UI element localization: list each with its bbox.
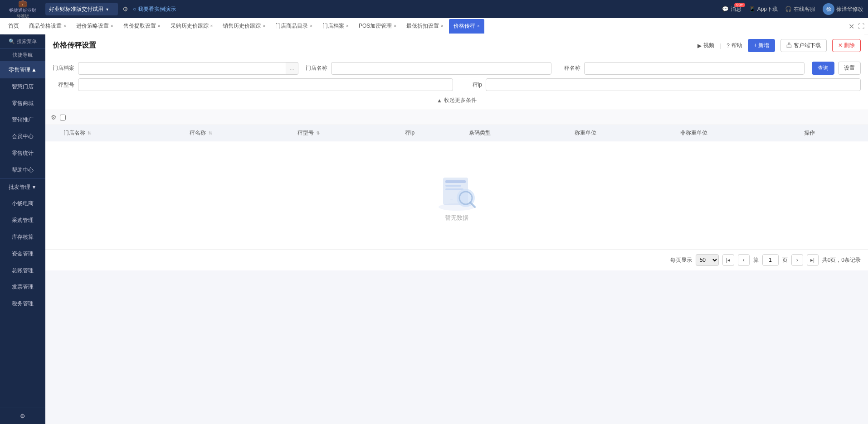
sidebar-item-invoice-mgmt[interactable]: 发票管理 xyxy=(0,279,45,295)
chevron-down-icon: ▾ xyxy=(106,7,108,12)
store-name-input[interactable] xyxy=(331,62,551,75)
sidebar-item-wholesale-mgmt[interactable]: 批发管理 ▼ xyxy=(0,179,45,196)
tab-price-scale[interactable]: 价格传秤 × xyxy=(449,19,484,34)
sidebar-item-help-center[interactable]: 帮助中心 xyxy=(0,162,45,178)
main-layout: 🔍 搜索菜单 快捷导航 零售管理 ▲ 智慧门店 零售商城 营销推广 会员中心 xyxy=(0,34,868,424)
settings-icon[interactable]: ⚙ xyxy=(122,5,128,13)
help-label: 帮助 xyxy=(731,42,742,49)
sidebar-item-label: 会员中心 xyxy=(12,133,34,140)
scale-model-label: 秤型号 xyxy=(53,81,74,89)
sidebar-item-member-center[interactable]: 会员中心 xyxy=(0,128,45,145)
tab-purchase-history[interactable]: 采购历史价跟踪 × xyxy=(166,19,218,34)
sidebar-item-label: 采购管理 xyxy=(12,217,34,223)
tab-label: 售价提取设置 xyxy=(123,22,156,30)
sidebar-item-label: 零售管理 xyxy=(9,66,30,74)
sidebar-item-label: 总账管理 xyxy=(12,267,34,274)
tab-sale-price[interactable]: 售价提取设置 × xyxy=(119,19,165,34)
per-page-select[interactable]: 10 20 50 100 xyxy=(696,254,719,266)
app-download-button[interactable]: 📱 App下载 xyxy=(749,5,778,13)
close-all-icon[interactable]: ✕ xyxy=(848,22,854,30)
page-header: 价格传秤设置 ▶ 视频 | ? 帮助 + 新增 凸 客户端下载 ✕ 删除 xyxy=(45,34,868,56)
tab-sale-history[interactable]: 销售历史价跟踪 × xyxy=(218,19,270,34)
tab-store-archive[interactable]: 门店档案 × xyxy=(318,19,353,34)
collapse-button[interactable]: ▲ 收起更多条件 xyxy=(53,95,861,106)
tab-min-discount[interactable]: 最低折扣设置 × xyxy=(402,19,448,34)
sidebar-item-retail-mgmt[interactable]: 零售管理 ▲ xyxy=(0,62,45,78)
tab-close-icon[interactable]: × xyxy=(346,24,349,29)
scale-name-label: 秤名称 xyxy=(559,64,580,72)
th-checkbox xyxy=(45,125,59,141)
messages-button[interactable]: 💬 消息 99+ xyxy=(722,5,741,13)
tab-store-catalog[interactable]: 门店商品目录 × xyxy=(271,19,317,34)
tab-selector-label: 好业财标准版交付试用 xyxy=(49,5,103,13)
page-label: 算 xyxy=(753,256,759,264)
store-archive-input[interactable] xyxy=(78,62,286,75)
sidebar-item-finance[interactable]: 资金管理 xyxy=(0,246,45,262)
demo-link[interactable]: ○ 我要看实例演示 xyxy=(133,5,176,13)
sidebar-item-purchase-mgmt[interactable]: 采购管理 xyxy=(0,212,45,229)
tab-close-icon[interactable]: × xyxy=(158,24,161,29)
store-name-label: 门店名称 xyxy=(306,64,327,72)
top-right-actions: 💬 消息 99+ 📱 App下载 🎧 在线客服 徐 徐泽华修改 xyxy=(722,3,863,15)
tab-close-icon[interactable]: × xyxy=(394,24,396,29)
th-scale-model[interactable]: 秤型号 ⇅ xyxy=(293,125,400,141)
delete-button[interactable]: ✕ 删除 xyxy=(832,39,861,52)
form-row-1: 门店档案 ... 门店名称 秤名称 查询 设置 xyxy=(53,62,861,75)
last-page-button[interactable]: ▸| xyxy=(807,254,819,266)
help-link[interactable]: ? 帮助 xyxy=(727,42,742,49)
tab-label: POS加密管理 xyxy=(359,22,392,30)
query-button[interactable]: 查询 xyxy=(812,62,834,75)
th-store-name[interactable]: 门店名称 ⇅ xyxy=(59,125,185,141)
pagination: 每页显示 10 20 50 100 |◂ ‹ 算 页 › ▸| 共0页，0条记录 xyxy=(45,249,868,270)
tab-label: 商品价格设置 xyxy=(29,22,62,30)
th-barcode-type: 条码类型 xyxy=(464,125,570,141)
tab-close-icon[interactable]: × xyxy=(263,24,265,29)
online-support-button[interactable]: 🎧 在线客服 xyxy=(785,5,815,13)
download-button[interactable]: 凸 客户端下载 xyxy=(780,39,826,52)
sidebar-item-marketing[interactable]: 营销推广 xyxy=(0,111,45,128)
sidebar-search[interactable]: 🔍 搜索菜单 xyxy=(0,34,45,49)
tab-purchase-strategy[interactable]: 进价策略设置 × xyxy=(72,19,118,34)
sidebar-item-general-ledger[interactable]: 总账管理 xyxy=(0,262,45,279)
tab-close-icon[interactable]: × xyxy=(477,24,480,29)
page-number-input[interactable] xyxy=(762,254,779,266)
sidebar-item-smart-store[interactable]: 智慧门店 xyxy=(0,78,45,95)
store-archive-input-group: ... xyxy=(78,62,298,75)
settings-button[interactable]: 设置 xyxy=(838,62,861,75)
first-page-button[interactable]: |◂ xyxy=(722,254,734,266)
user-menu-button[interactable]: 徐 徐泽华修改 xyxy=(823,3,863,15)
download-icon: 📱 xyxy=(749,6,756,12)
select-all-checkbox[interactable] xyxy=(60,115,66,120)
tab-commodity-price[interactable]: 商品价格设置 × xyxy=(24,19,71,34)
video-label: 视频 xyxy=(703,42,714,49)
tab-close-icon[interactable]: × xyxy=(210,24,213,29)
table-settings-icon[interactable]: ⚙ xyxy=(51,114,57,121)
next-page-button[interactable]: › xyxy=(791,254,803,266)
tab-selector[interactable]: 好业财标准版交付试用 ▾ xyxy=(45,3,118,15)
page-title: 价格传秤设置 xyxy=(53,41,96,50)
sidebar-quick-nav[interactable]: 快捷导航 xyxy=(0,49,45,62)
empty-text: 暂无数据 xyxy=(445,214,468,222)
sidebar-item-tax-mgmt[interactable]: 税务管理 xyxy=(0,295,45,312)
expand-icon[interactable]: ⛶ xyxy=(858,23,864,30)
prev-page-button[interactable]: ‹ xyxy=(738,254,750,266)
tab-close-icon[interactable]: × xyxy=(310,24,312,29)
sidebar-item-retail-mall[interactable]: 零售商城 xyxy=(0,95,45,112)
svg-rect-4 xyxy=(445,188,463,190)
scale-ip-input[interactable] xyxy=(486,78,861,91)
th-scale-name[interactable]: 秤名称 ⇅ xyxy=(185,125,293,141)
tab-close-icon[interactable]: × xyxy=(111,24,113,29)
tab-pos-management[interactable]: POS加密管理 × xyxy=(354,19,401,34)
scale-name-input[interactable] xyxy=(584,62,805,75)
sidebar-item-inventory[interactable]: 库存核算 xyxy=(0,229,45,246)
video-link[interactable]: ▶ 视频 xyxy=(697,42,714,49)
sidebar-item-xiaochangec[interactable]: 小畅电商 xyxy=(0,195,45,212)
scale-model-input[interactable] xyxy=(78,78,453,91)
tab-close-icon[interactable]: × xyxy=(441,24,444,29)
store-archive-browse-button[interactable]: ... xyxy=(286,62,298,75)
tab-home[interactable]: 首页 xyxy=(4,19,24,34)
sidebar-settings-button[interactable]: ⚙ xyxy=(0,408,45,424)
add-button[interactable]: + 新增 xyxy=(748,39,775,52)
tab-close-icon[interactable]: × xyxy=(63,24,66,29)
sidebar-item-retail-stats[interactable]: 零售统计 xyxy=(0,145,45,162)
